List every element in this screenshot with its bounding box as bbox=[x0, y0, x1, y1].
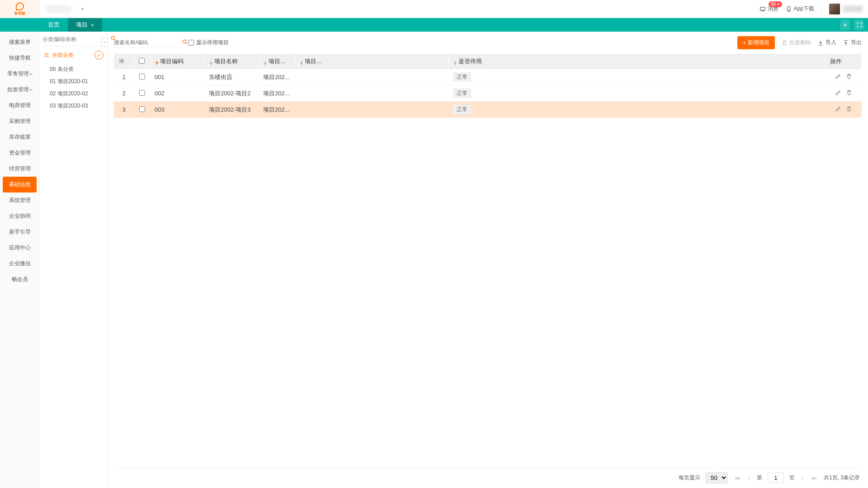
status-badge: 正常 bbox=[453, 89, 471, 98]
sidebar-item-4[interactable]: 电商管理 bbox=[0, 98, 39, 113]
column-settings-button[interactable] bbox=[114, 54, 134, 69]
row-name: 项目2002-项目2 bbox=[204, 85, 259, 102]
tab-home[interactable]: 首页 bbox=[40, 18, 68, 32]
search-icon[interactable] bbox=[110, 35, 117, 43]
close-all-tabs-button[interactable]: ✕ bbox=[840, 20, 850, 30]
table-header-row: ▲▼项目编码 ▲▼项目名称 ▲▼项目... ▲▼项目... ▲▼是否停用 操作 bbox=[114, 54, 862, 69]
svg-point-5 bbox=[121, 60, 123, 62]
sidebar-item-label: 快捷导航 bbox=[9, 54, 31, 62]
row-checkbox[interactable] bbox=[139, 74, 145, 80]
gear-icon bbox=[118, 58, 125, 64]
close-icon[interactable]: ✕ bbox=[90, 23, 94, 28]
category-item-0[interactable]: 00 未分类 bbox=[42, 63, 104, 75]
status-badge: 正常 bbox=[453, 105, 471, 114]
sidebar-item-1[interactable]: 快捷导航 bbox=[0, 50, 39, 66]
sidebar-item-2[interactable]: 零售管理▸ bbox=[0, 66, 39, 82]
sidebar-item-11[interactable]: 企业协同 bbox=[0, 208, 39, 224]
select-all-header[interactable] bbox=[134, 54, 150, 69]
app-download-label: App下载 bbox=[794, 5, 814, 13]
table-row[interactable]: 3003项目2002-项目3项目202...正常 bbox=[114, 102, 862, 118]
edit-row-button[interactable] bbox=[835, 73, 841, 81]
column-category[interactable]: ▲▼项目... bbox=[259, 54, 295, 69]
batch-delete-button[interactable]: 批量删除 bbox=[781, 39, 811, 47]
delete-row-button[interactable] bbox=[846, 106, 852, 113]
row-actions-cell bbox=[826, 85, 862, 102]
sidebar-item-9[interactable]: 基础信息 bbox=[3, 177, 37, 192]
table-row[interactable]: 2002项目2002-项目2项目202...正常 bbox=[114, 85, 862, 102]
column-remark[interactable]: ▲▼项目... bbox=[295, 54, 448, 69]
page-suffix: 页 bbox=[789, 474, 795, 482]
batch-delete-label: 批量删除 bbox=[789, 39, 811, 47]
messages-button[interactable]: 消息 99 + bbox=[760, 5, 778, 13]
row-checkbox-cell[interactable] bbox=[134, 69, 150, 85]
sidebar-item-10[interactable]: 系统管理 bbox=[0, 192, 39, 208]
tab-label: 首页 bbox=[48, 21, 60, 29]
search-input[interactable] bbox=[114, 39, 182, 46]
column-name[interactable]: ▲▼项目名称 bbox=[204, 54, 259, 69]
category-item-2[interactable]: 02 项目2020-02 bbox=[42, 88, 104, 100]
pagination: 每页显示 50 ⏮ ‹ 第 页 › ⏭ 共1页, 3条记录 bbox=[114, 467, 862, 488]
fullscreen-button[interactable] bbox=[854, 20, 864, 30]
per-page-label: 每页显示 bbox=[679, 474, 700, 482]
next-page-button[interactable]: › bbox=[800, 475, 805, 481]
avatar-icon bbox=[829, 4, 840, 14]
chevron-down-icon[interactable]: ▾ bbox=[81, 6, 84, 11]
column-actions: 操作 bbox=[826, 54, 862, 69]
row-code: 002 bbox=[150, 85, 204, 102]
export-button[interactable]: 导出 bbox=[843, 39, 862, 47]
phone-icon bbox=[786, 6, 792, 12]
last-page-button[interactable]: ⏭ bbox=[810, 475, 818, 481]
app-download-button[interactable]: App下载 bbox=[786, 5, 814, 13]
sidebar-item-13[interactable]: 应用中心 bbox=[0, 240, 39, 256]
row-status: 正常 bbox=[448, 85, 826, 102]
sidebar-item-label: 企业微信 bbox=[9, 260, 31, 267]
table-row[interactable]: 1001东楼街店项目202...正常 bbox=[114, 69, 862, 85]
add-project-label: 新增项目 bbox=[748, 39, 769, 47]
prev-page-button[interactable]: ‹ bbox=[747, 475, 751, 481]
sidebar-item-12[interactable]: 新手引导 bbox=[0, 224, 39, 240]
row-checkbox[interactable] bbox=[139, 106, 145, 112]
pagination-summary: 共1页, 3条记录 bbox=[824, 474, 860, 482]
sidebar-item-6[interactable]: 库存核算 bbox=[0, 129, 39, 145]
sidebar-item-15[interactable]: 畅会员 bbox=[0, 272, 39, 287]
sidebar-item-7[interactable]: 资金管理 bbox=[0, 145, 39, 161]
sidebar-item-label: 搜索菜单 bbox=[9, 38, 31, 46]
delete-row-button[interactable] bbox=[846, 73, 852, 81]
sidebar-item-8[interactable]: 经营管理 bbox=[0, 161, 39, 177]
per-page-select[interactable]: 50 bbox=[706, 472, 728, 483]
show-disabled-checkbox[interactable]: 显示停用项目 bbox=[188, 39, 229, 47]
column-disabled[interactable]: ▲▼是否停用 bbox=[448, 54, 826, 69]
search-box bbox=[114, 38, 182, 48]
category-search-input[interactable] bbox=[42, 36, 110, 42]
sidebar-item-5[interactable]: 采购管理 bbox=[0, 113, 39, 129]
tab-project[interactable]: 项目 ✕ bbox=[68, 18, 102, 32]
column-code[interactable]: ▲▼项目编码 bbox=[150, 54, 204, 69]
edit-row-button[interactable] bbox=[835, 89, 841, 97]
org-selector-blur[interactable] bbox=[45, 5, 72, 13]
row-checkbox-cell[interactable] bbox=[134, 85, 150, 102]
category-item-1[interactable]: 01 项目2020-01 bbox=[42, 75, 104, 88]
category-item-3[interactable]: 03 项目2020-03 bbox=[42, 100, 104, 112]
sidebar-item-label: 经营管理 bbox=[9, 165, 31, 173]
row-checkbox-cell[interactable] bbox=[134, 102, 150, 118]
select-all-checkbox[interactable] bbox=[139, 58, 145, 64]
add-project-button[interactable]: + 新增项目 bbox=[737, 36, 775, 49]
collapse-panel-button[interactable]: « bbox=[101, 37, 108, 47]
sidebar-item-0[interactable]: 搜索菜单 bbox=[0, 34, 39, 50]
user-menu[interactable] bbox=[829, 4, 863, 14]
page-input[interactable] bbox=[768, 473, 784, 483]
show-disabled-input[interactable] bbox=[188, 40, 194, 46]
first-page-button[interactable]: ⏮ bbox=[733, 475, 741, 481]
top-header: 标准版 ▾ 消息 99 + App下载 bbox=[0, 0, 868, 18]
import-button[interactable]: 导入 bbox=[817, 39, 836, 47]
content-area: 显示停用项目 + 新增项目 批量删除 导入 导出 bbox=[108, 32, 868, 488]
edit-category-button[interactable] bbox=[94, 51, 104, 60]
trash-icon bbox=[781, 40, 788, 46]
edit-row-button[interactable] bbox=[835, 106, 841, 113]
sidebar-item-14[interactable]: 企业微信 bbox=[0, 256, 39, 272]
delete-row-button[interactable] bbox=[846, 89, 852, 97]
category-root[interactable]: 全部分类 bbox=[42, 49, 104, 61]
search-icon[interactable] bbox=[182, 39, 188, 47]
row-checkbox[interactable] bbox=[139, 90, 145, 96]
sidebar-item-3[interactable]: 批发管理▸ bbox=[0, 82, 39, 98]
